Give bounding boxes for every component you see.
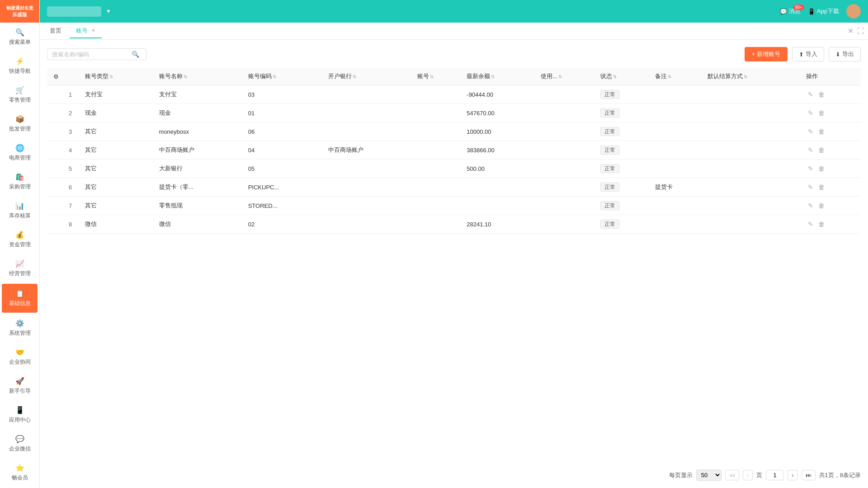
pagination: 每页显示 50 100 200 ⏮ ‹ 页 › ⏭ 共1页，8条记录 — [47, 465, 861, 481]
avatar[interactable] — [846, 4, 861, 19]
row-name-cell: 提货卡（零... — [156, 178, 245, 197]
search-menu-icon: 🔍 — [15, 28, 24, 37]
col-code: 账号编码⇅ — [245, 68, 325, 85]
edit-button[interactable]: ✎ — [806, 108, 815, 117]
sidebar-item-ops-mgmt[interactable]: 📈 经营管理 — [0, 254, 39, 283]
row-balance-cell — [463, 178, 537, 197]
col-settings[interactable]: ⚙ — [47, 68, 65, 85]
sidebar-item-enterprise-agreement[interactable]: 🤝 企业协同 — [0, 343, 39, 371]
sidebar-item-system-mgmt[interactable]: ⚙️ 系统管理 — [0, 314, 39, 343]
edit-button[interactable]: ✎ — [806, 90, 815, 99]
row-type-cell: 其它 — [81, 141, 156, 160]
import-button[interactable]: ⬆ 导入 — [792, 47, 824, 61]
purchase-icon: 🛍️ — [15, 173, 24, 181]
row-use-cell — [537, 197, 597, 215]
sidebar-item-basic-info[interactable]: 📋 基础信息 — [2, 284, 38, 313]
row-num-cell: 8 — [65, 215, 81, 234]
row-default-settle-cell — [704, 85, 802, 104]
page-size-select[interactable]: 50 100 200 — [696, 469, 722, 481]
sidebar-item-label: 电商管理 — [9, 154, 31, 162]
delete-button[interactable]: 🗑 — [816, 127, 826, 136]
row-bank-cell — [325, 197, 414, 215]
add-account-button[interactable]: + 新增账号 — [745, 47, 788, 61]
row-status-cell: 正常 — [597, 160, 652, 178]
edit-button[interactable]: ✎ — [806, 145, 815, 155]
page-next-button[interactable]: › — [788, 470, 797, 480]
edit-button[interactable]: ✎ — [806, 183, 815, 192]
row-account-cell — [414, 122, 463, 141]
row-name-cell: 现金 — [156, 104, 245, 122]
row-bank-cell — [325, 178, 414, 197]
page-input[interactable] — [766, 470, 784, 480]
export-button[interactable]: ⬇ 导出 — [829, 47, 861, 61]
row-settings-cell — [47, 178, 65, 197]
sidebar-item-inventory[interactable]: 📊 库存核算 — [0, 196, 39, 225]
delete-button[interactable]: 🗑 — [816, 145, 826, 155]
sidebar-item-purchase-mgmt[interactable]: 🛍️ 采购管理 — [0, 167, 39, 196]
message-button[interactable]: 💬 消息 99+ — [780, 7, 801, 15]
sidebar-item-new-guide[interactable]: 🚀 新手引导 — [0, 371, 39, 400]
row-settings-cell — [47, 85, 65, 104]
row-settings-cell — [47, 104, 65, 122]
edit-button[interactable]: ✎ — [806, 201, 815, 210]
tab-account[interactable]: 账号 ✕ — [70, 24, 102, 38]
sidebar-item-retail-mgmt[interactable]: 🛒 零售管理 — [0, 80, 39, 109]
table-wrap: ⚙ 账号类型⇅ 账号名称⇅ 账号编码⇅ 开户银行⇅ 账号⇅ 最新余额⇅ 使用..… — [47, 68, 861, 465]
delete-button[interactable]: 🗑 — [816, 183, 826, 192]
delete-button[interactable]: 🗑 — [816, 90, 826, 99]
sidebar-item-quick-nav[interactable]: ⚡ 快捷导航 — [0, 52, 39, 80]
edit-button[interactable]: ✎ — [806, 164, 815, 173]
search-input[interactable] — [52, 51, 129, 58]
row-default-settle-cell — [704, 197, 802, 215]
total-label: 共1页，8条记录 — [819, 471, 861, 479]
row-use-cell — [537, 160, 597, 178]
sidebar-item-wholesale-mgmt[interactable]: 📦 批发管理 — [0, 109, 39, 138]
top-nav-right: 💬 消息 99+ 📱 App下载 — [780, 4, 861, 19]
delete-button[interactable]: 🗑 — [816, 201, 826, 210]
tab-home[interactable]: 首页 — [43, 24, 68, 38]
window-maximize-icon[interactable]: ⛶ — [857, 27, 864, 35]
basic-info-icon: 📋 — [15, 289, 24, 298]
app-download-button[interactable]: 📱 App下载 — [808, 7, 839, 15]
row-action-cell: ✎ 🗑 — [802, 160, 861, 178]
row-status-cell: 正常 — [597, 141, 652, 160]
import-label: 导入 — [806, 50, 817, 58]
row-action-cell: ✎ 🗑 — [802, 85, 861, 104]
status-badge: 正常 — [600, 220, 619, 229]
page-first-button[interactable]: ⏮ — [725, 470, 739, 480]
delete-button[interactable]: 🗑 — [816, 164, 826, 173]
edit-button[interactable]: ✎ — [806, 220, 815, 229]
sidebar-item-ecommerce-mgmt[interactable]: 🌐 电商管理 — [0, 138, 39, 167]
delete-button[interactable]: 🗑 — [816, 108, 826, 117]
row-account-cell — [414, 141, 463, 160]
tab-home-label: 首页 — [50, 27, 61, 35]
row-balance-cell: 10000.00 — [463, 122, 537, 141]
window-close-icon[interactable]: ✕ — [848, 27, 854, 35]
status-badge: 正常 — [600, 127, 619, 136]
status-badge: 正常 — [600, 201, 619, 210]
logo-line1: 畅捷通好生意 — [6, 5, 33, 11]
add-account-label: + 新增账号 — [752, 50, 780, 58]
sidebar-item-vip-member[interactable]: ⭐ 畅会员 — [0, 458, 39, 487]
row-code-cell: 05 — [245, 160, 325, 178]
row-remark-cell — [651, 215, 703, 234]
row-balance-cell — [463, 197, 537, 215]
row-type-cell: 支付宝 — [81, 85, 156, 104]
sidebar-item-search-menu[interactable]: 🔍 搜索菜单 — [0, 23, 39, 52]
sidebar-item-app-center[interactable]: 📱 应用中心 — [0, 400, 39, 429]
edit-button[interactable]: ✎ — [806, 127, 815, 136]
search-icon[interactable]: 🔍 — [132, 51, 139, 58]
chevron-down-icon[interactable]: ▼ — [106, 8, 111, 14]
row-account-cell — [414, 215, 463, 234]
row-code-cell: STORED... — [245, 197, 325, 215]
row-balance-cell: 28241.10 — [463, 215, 537, 234]
top-search-input[interactable] — [47, 6, 101, 17]
row-balance-cell: 383866.00 — [463, 141, 537, 160]
sidebar-item-label: 经营管理 — [9, 270, 31, 277]
page-last-button[interactable]: ⏭ — [802, 470, 816, 480]
tab-account-close-icon[interactable]: ✕ — [91, 28, 95, 33]
delete-button[interactable]: 🗑 — [816, 220, 826, 229]
page-prev-button[interactable]: ‹ — [743, 470, 753, 480]
sidebar-item-finance-mgmt[interactable]: 💰 资金管理 — [0, 225, 39, 254]
sidebar-item-enterprise-wechat[interactable]: 💬 企业微信 — [0, 429, 39, 458]
